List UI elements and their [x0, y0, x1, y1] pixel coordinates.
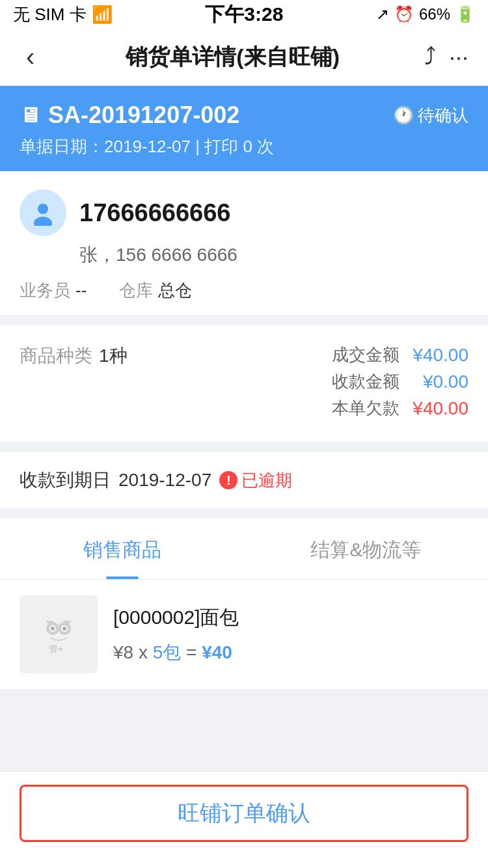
status-time: 下午3:28 — [205, 1, 283, 28]
product-types-row: 商品种类 1种 — [20, 344, 128, 368]
customer-info-row: 业务员 -- 仓库 总仓 — [20, 279, 468, 302]
svg-point-0 — [38, 204, 48, 214]
warning-icon: ! — [219, 471, 237, 489]
tab-sales-products[interactable]: 销售商品 — [0, 519, 244, 579]
amount-value-2: ¥40.00 — [410, 398, 468, 419]
overdue-text: 已逾期 — [241, 469, 292, 492]
amount-label-1: 收款金额 — [332, 370, 400, 393]
svg-point-1 — [34, 217, 52, 226]
wifi-icon: 📶 — [92, 5, 113, 25]
amount-row-1: 收款金额 ¥0.00 — [332, 370, 468, 393]
more-icon[interactable]: ··· — [449, 44, 468, 71]
order-id-row: 🖥 SA-20191207-002 🕐 待确认 — [20, 102, 468, 129]
due-date-card: 收款到期日 2019-12-07 ! 已逾期 — [0, 452, 488, 508]
carrier-text: 无 SIM 卡 — [13, 3, 87, 26]
battery-icon: 🔋 — [455, 5, 475, 23]
customer-row: 17666666666 — [20, 189, 468, 236]
status-bar: 无 SIM 卡 📶 下午3:28 ↗ ⏰ 66% 🔋 — [0, 0, 488, 29]
warehouse-label: 仓库 — [119, 279, 153, 302]
amount-value-0: ¥40.00 — [410, 345, 468, 366]
product-name: [0000002]面包 — [113, 604, 468, 631]
nav-actions: ⤴ ··· — [424, 44, 468, 71]
product-card: 管+ [0000002]面包 ¥8 x 5包 = ¥40 — [0, 580, 488, 689]
tabs: 销售商品 结算&物流等 — [0, 519, 488, 580]
svg-point-6 — [51, 627, 55, 631]
due-date-value: 2019-12-07 — [118, 470, 211, 491]
order-id-text: SA-20191207-002 — [48, 102, 239, 129]
battery-text: 66% — [419, 5, 450, 23]
customer-card: 17666666666 张，156 6666 6666 业务员 -- 仓库 总仓 — [0, 171, 488, 315]
product-price: ¥8 x 5包 = ¥40 — [113, 640, 468, 665]
amount-row-2: 本单欠款 ¥40.00 — [332, 397, 468, 420]
amount-label-0: 成交金额 — [332, 344, 400, 366]
customer-phone: 17666666666 — [79, 199, 230, 227]
order-id: 🖥 SA-20191207-002 — [20, 102, 239, 129]
customer-name: 张，156 6666 6666 — [20, 243, 468, 267]
product-info: [0000002]面包 ¥8 x 5包 = ¥40 — [113, 604, 468, 665]
order-status: 🕐 待确认 — [393, 104, 468, 127]
nav-bar: ‹ 销货单详情(来自旺铺) ⤴ ··· — [0, 29, 488, 86]
confirm-button[interactable]: 旺铺订单确认 — [20, 785, 468, 842]
page-title: 销货单详情(来自旺铺) — [126, 42, 340, 72]
svg-text:管+: 管+ — [49, 644, 63, 654]
overdue-badge: ! 已逾期 — [219, 469, 292, 492]
back-button[interactable]: ‹ — [20, 36, 41, 78]
order-meta: 单据日期：2019-12-07 | 打印 0 次 — [20, 135, 468, 158]
warehouse-value: 总仓 — [158, 279, 192, 302]
summary-left: 商品种类 1种 — [20, 344, 128, 368]
location-icon: ↗ — [376, 5, 389, 23]
price-formula: ¥8 x — [113, 642, 148, 662]
share-icon[interactable]: ⤴ — [424, 44, 436, 71]
svg-point-7 — [62, 627, 66, 631]
order-icon: 🖥 — [20, 103, 40, 128]
due-date-label: 收款到期日 — [20, 468, 111, 493]
sales-rep-label: 业务员 — [20, 279, 70, 302]
equals-sign: = — [186, 642, 202, 662]
amount-value-1: ¥0.00 — [410, 372, 468, 392]
amount-row-0: 成交金额 ¥40.00 — [332, 344, 468, 366]
order-header: 🖥 SA-20191207-002 🕐 待确认 单据日期：2019-12-07 … — [0, 86, 488, 171]
clock-icon: 🕐 — [393, 105, 414, 126]
product-types-value: 1种 — [99, 344, 128, 368]
status-text: 待确认 — [418, 104, 468, 127]
tab-settlement[interactable]: 结算&物流等 — [244, 519, 488, 579]
total-price: ¥40 — [202, 642, 232, 662]
product-types-label: 商品种类 — [20, 344, 92, 368]
status-right: ↗ ⏰ 66% 🔋 — [376, 5, 475, 23]
product-thumbnail: 管+ — [20, 595, 98, 673]
quantity: 5包 — [153, 642, 182, 662]
summary-card: 商品种类 1种 成交金额 ¥40.00 收款金额 ¥0.00 本单欠款 ¥40.… — [0, 325, 488, 442]
amount-label-2: 本单欠款 — [332, 397, 400, 420]
product-thumb-inner: 管+ — [36, 609, 81, 660]
bottom-bar: 旺铺订单确认 — [0, 771, 488, 868]
status-left: 无 SIM 卡 📶 — [13, 3, 113, 26]
avatar — [20, 189, 66, 236]
sales-rep-value: -- — [75, 280, 87, 301]
alarm-icon: ⏰ — [394, 5, 414, 23]
brand-icon: 管+ — [36, 609, 81, 660]
summary-right: 成交金额 ¥40.00 收款金额 ¥0.00 本单欠款 ¥40.00 — [332, 344, 468, 424]
